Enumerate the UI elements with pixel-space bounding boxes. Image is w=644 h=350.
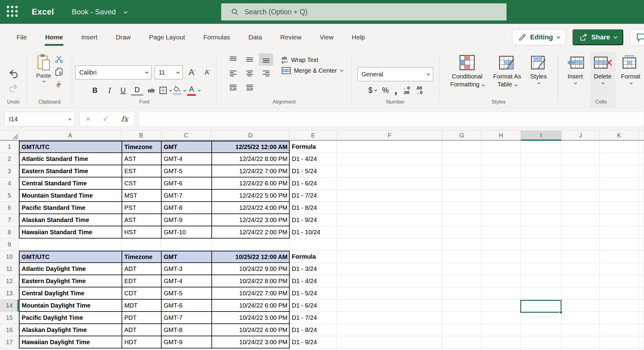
- cell-G8[interactable]: [442, 226, 481, 239]
- row-header-13[interactable]: 13: [0, 287, 19, 300]
- cell-I7[interactable]: [521, 214, 562, 226]
- cell-J18[interactable]: [562, 348, 600, 350]
- cell-X4[interactable]: [639, 177, 644, 190]
- cell-H10[interactable]: [481, 251, 521, 263]
- fill-color-button[interactable]: [173, 86, 185, 95]
- cell-B8[interactable]: HST: [122, 226, 161, 239]
- cell-G15[interactable]: [442, 312, 481, 324]
- cell-F2[interactable]: [337, 153, 442, 165]
- cell-E18[interactable]: [290, 348, 337, 350]
- tab-data[interactable]: Data: [239, 27, 271, 47]
- underline-button[interactable]: U: [117, 84, 129, 97]
- cell-D6[interactable]: 12/24/22 4:00 PM: [211, 202, 290, 214]
- cell-F12[interactable]: [337, 275, 442, 287]
- decrease-decimal-button[interactable]: .00 →0: [415, 86, 422, 95]
- cell-I6[interactable]: [521, 202, 562, 214]
- tab-page-layout[interactable]: Page Layout: [140, 27, 194, 47]
- document-title[interactable]: Book - Saved: [72, 8, 126, 16]
- row-header-7[interactable]: 7: [0, 214, 19, 226]
- cell-C15[interactable]: GMT-7: [161, 312, 211, 324]
- cell-K14[interactable]: [600, 300, 639, 312]
- cell-I13[interactable]: [521, 287, 562, 300]
- row-header-6[interactable]: 6: [0, 202, 19, 214]
- cell-E5[interactable]: D1 - 7/24: [290, 190, 337, 202]
- column-header-K[interactable]: K: [600, 131, 639, 140]
- cell-A7[interactable]: Alaskan Standard Time: [19, 214, 122, 226]
- name-box[interactable]: I14: [4, 112, 75, 126]
- cell-C16[interactable]: GMT-8: [161, 324, 211, 336]
- cell-E1[interactable]: Formula: [290, 141, 337, 153]
- cell-E12[interactable]: D1 - 4/24: [290, 275, 337, 287]
- tab-file[interactable]: File: [7, 27, 36, 47]
- cell-E16[interactable]: D1 - 8/24: [290, 324, 337, 336]
- row-header-10[interactable]: 10: [0, 251, 19, 263]
- column-header-D[interactable]: D: [211, 131, 290, 140]
- cell-I2[interactable]: [521, 153, 562, 165]
- cell-J2[interactable]: [562, 153, 600, 165]
- row-header-4[interactable]: 4: [0, 177, 19, 190]
- grow-font-button[interactable]: Aˆ: [186, 66, 198, 78]
- cell-C14[interactable]: GMT-6: [161, 300, 211, 312]
- increase-indent-button[interactable]: [243, 82, 257, 94]
- tab-view[interactable]: View: [310, 27, 342, 47]
- row-header-2[interactable]: 2: [0, 153, 19, 165]
- cell-K3[interactable]: [600, 165, 639, 177]
- row-header-11[interactable]: 11: [0, 263, 19, 275]
- cell-K17[interactable]: [600, 336, 639, 348]
- column-header-I[interactable]: I: [521, 131, 562, 140]
- cell-C4[interactable]: GMT-6: [161, 177, 211, 190]
- cell-G6[interactable]: [442, 202, 481, 214]
- cell-H16[interactable]: [481, 324, 521, 336]
- cell-G3[interactable]: [442, 165, 481, 177]
- cancel-entry-icon[interactable]: ×: [86, 114, 90, 124]
- cell-D14[interactable]: 10/24/22 6:00 PM: [211, 300, 290, 312]
- cell-G11[interactable]: [442, 263, 481, 275]
- search-input[interactable]: [239, 3, 507, 20]
- cell-K13[interactable]: [600, 287, 639, 300]
- cell-B17[interactable]: HDT: [122, 336, 161, 348]
- share-button[interactable]: Share: [573, 29, 623, 45]
- cell-H11[interactable]: [481, 263, 521, 275]
- selected-cell-indicator[interactable]: [520, 300, 562, 313]
- strikethrough-button[interactable]: ab: [145, 84, 157, 97]
- increase-decimal-button[interactable]: ←0 .00: [403, 86, 410, 95]
- borders-button[interactable]: [159, 86, 171, 94]
- cell-X18[interactable]: [639, 348, 644, 350]
- row-header-9[interactable]: 9: [0, 239, 19, 251]
- cell-I8[interactable]: [521, 226, 562, 239]
- cell-H12[interactable]: [481, 275, 521, 287]
- cell-X1[interactable]: [639, 141, 644, 153]
- cell-B6[interactable]: PST: [122, 202, 161, 214]
- cell-K9[interactable]: [600, 239, 639, 251]
- cell-E9[interactable]: [290, 239, 337, 251]
- cell-D12[interactable]: 10/24/22 8:00 PM: [211, 275, 290, 287]
- cell-E2[interactable]: D1 - 4/24: [290, 153, 337, 165]
- cell-H15[interactable]: [481, 312, 521, 324]
- cell-K11[interactable]: [600, 263, 639, 275]
- cell-A3[interactable]: Eastern Standard Time: [19, 165, 122, 177]
- cell-A4[interactable]: Central Standard Time: [19, 177, 122, 190]
- cell-J4[interactable]: [562, 177, 600, 190]
- cell-I11[interactable]: [521, 263, 562, 275]
- cell-B4[interactable]: CST: [122, 177, 161, 190]
- cell-G12[interactable]: [442, 275, 481, 287]
- column-header-B[interactable]: B: [122, 131, 161, 140]
- cell-D1[interactable]: 12/25/22 12:00 AM: [211, 141, 290, 153]
- cell-X2[interactable]: [639, 153, 644, 165]
- cell-H14[interactable]: [481, 300, 521, 312]
- number-format-combo[interactable]: General: [357, 67, 433, 81]
- cell-F1[interactable]: [337, 141, 442, 153]
- align-center-button[interactable]: [243, 67, 257, 80]
- redo-button[interactable]: [8, 83, 19, 93]
- cell-H1[interactable]: [481, 141, 521, 153]
- cell-B7[interactable]: AST: [122, 214, 161, 226]
- cell-C12[interactable]: GMT-4: [161, 275, 211, 287]
- cell-E17[interactable]: D1 - 9/24: [290, 336, 337, 348]
- row-header-1[interactable]: 1: [0, 141, 19, 153]
- decrease-indent-button[interactable]: [226, 82, 240, 94]
- cell-G18[interactable]: [442, 348, 481, 350]
- cell-H5[interactable]: [481, 190, 521, 202]
- cell-X6[interactable]: [639, 202, 644, 214]
- cell-D13[interactable]: 10/24/22 7:00 PM: [211, 287, 290, 300]
- italic-button[interactable]: I: [103, 84, 115, 97]
